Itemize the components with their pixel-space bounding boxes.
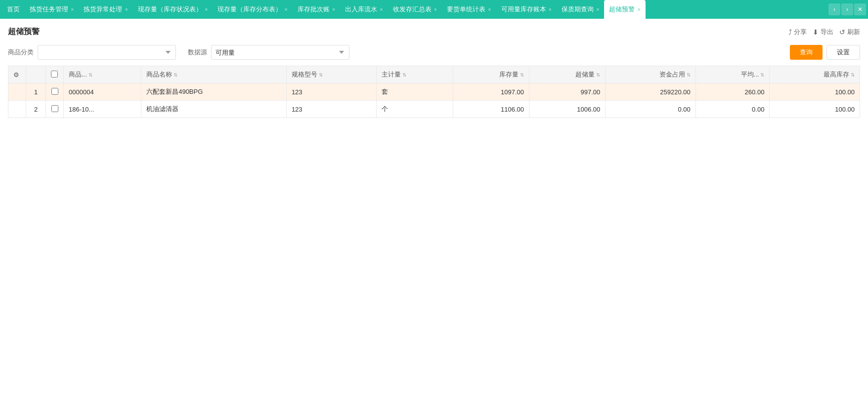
close-tab-icon[interactable]: × — [434, 6, 437, 12]
sort-icon-overstock: ⇅ — [596, 72, 600, 78]
sort-icon-max-stock: ⇅ — [851, 72, 855, 78]
topbar-item-label: 收发存汇总表 — [393, 5, 432, 14]
topbar-nav-arrows: ‹ › ✕ — [828, 3, 866, 15]
export-icon: ⬇ — [813, 28, 819, 36]
topbar-item-label: 保质期查询 — [562, 5, 594, 14]
table-row: 1 0000004 六配套新昌490BPG 123 套 1097.00 997.… — [8, 83, 860, 101]
th-capital[interactable]: 资金占用⇅ — [606, 66, 696, 83]
filter-row: 商品分类 数据源 可用量 库存量 查询 设置 — [8, 45, 860, 60]
sort-icon-product-code: ⇅ — [88, 72, 92, 78]
sort-icon-unit: ⇅ — [402, 72, 406, 78]
td-unit: 套 — [377, 83, 453, 101]
share-icon: ⤴ — [788, 28, 792, 36]
data-table: ⚙ 商品...⇅ 商品名称⇅ 规格型号⇅ 主计量⇅ — [8, 66, 860, 118]
topbar-item-label: 要货单统计表 — [447, 5, 485, 14]
th-stock[interactable]: 库存量⇅ — [453, 66, 529, 83]
sort-icon-product-name: ⇅ — [174, 72, 177, 78]
td-gear — [8, 83, 26, 101]
close-tab-icon[interactable]: × — [488, 6, 491, 12]
td-product-name: 六配套新昌490BPG — [141, 83, 287, 101]
sort-icon-avg: ⇅ — [760, 72, 764, 78]
sort-icon-capital: ⇅ — [687, 72, 691, 78]
topbar-item-label: 可用量库存账本 — [501, 5, 546, 14]
nav-close-button[interactable]: ✕ — [854, 3, 866, 15]
td-product-code: 186-10... — [64, 101, 141, 118]
topbar-item-label: 出入库流水 — [345, 5, 377, 14]
export-button[interactable]: ⬇ 导出 — [813, 28, 833, 37]
datasource-label: 数据源 — [188, 48, 207, 57]
th-unit[interactable]: 主计量⇅ — [377, 66, 453, 83]
settings-button[interactable]: 设置 — [826, 45, 860, 60]
topbar-item-order-stat[interactable]: 要货单统计表 × — [442, 0, 496, 19]
td-stock: 1097.00 — [453, 83, 529, 101]
refresh-button[interactable]: ↺ 刷新 — [839, 28, 860, 37]
close-tab-icon[interactable]: × — [380, 6, 383, 12]
td-avg: 0.00 — [695, 101, 770, 118]
th-product-name[interactable]: 商品名称⇅ — [141, 66, 287, 83]
close-tab-icon[interactable]: × — [71, 6, 74, 12]
topbar-item-inout[interactable]: 出入库流水 × — [340, 0, 388, 19]
table-row: 2 186-10... 机油滤清器 123 个 1106.00 1006.00 … — [8, 101, 860, 118]
share-button[interactable]: ⤴ 分享 — [788, 28, 807, 37]
topbar-item-stock-dist[interactable]: 现存量（库存分布表） × — [213, 0, 292, 19]
topbar-item-avail-stock[interactable]: 可用量库存账本 × — [496, 0, 557, 19]
topbar-item-abnormal[interactable]: 拣货异常处理 × — [79, 0, 132, 19]
close-tab-icon[interactable]: × — [637, 6, 640, 12]
close-tab-icon[interactable]: × — [284, 6, 287, 12]
category-filter-group: 商品分类 — [8, 45, 176, 60]
nav-prev-button[interactable]: ‹ — [828, 3, 840, 15]
td-capital: 0.00 — [606, 101, 696, 118]
filter-btn-group: 查询 设置 — [790, 45, 860, 60]
sort-icon-stock: ⇅ — [520, 72, 524, 78]
close-tab-icon[interactable]: × — [549, 6, 552, 12]
th-index — [26, 66, 46, 83]
page-header: 超储预警 ⤴ 分享 ⬇ 导出 ↺ 刷新 — [8, 27, 860, 37]
topbar-item-label: 库存批次账 — [298, 5, 330, 14]
td-checkbox — [46, 101, 64, 118]
row-checkbox[interactable] — [51, 105, 58, 112]
category-label: 商品分类 — [8, 48, 34, 57]
td-checkbox — [46, 83, 64, 101]
th-max-stock[interactable]: 最高库存⇅ — [770, 66, 860, 83]
topbar-item-label: 超储预警 — [609, 5, 635, 14]
close-tab-icon[interactable]: × — [205, 6, 208, 12]
th-checkbox — [46, 66, 64, 83]
topbar-item-quality[interactable]: 保质期查询 × — [557, 0, 604, 19]
topbar-item-label: 拣货异常处理 — [84, 5, 122, 14]
td-spec: 123 — [286, 83, 377, 101]
datasource-select[interactable]: 可用量 库存量 — [211, 45, 349, 60]
main-content: 超储预警 ⤴ 分享 ⬇ 导出 ↺ 刷新 商品分类 数据源 — [0, 19, 868, 395]
datasource-filter-group: 数据源 可用量 库存量 — [188, 45, 349, 60]
close-tab-icon[interactable]: × — [125, 6, 128, 12]
th-avg[interactable]: 平均...⇅ — [695, 66, 770, 83]
query-button[interactable]: 查询 — [790, 45, 823, 60]
topbar-item-home[interactable]: 首页 — [2, 0, 25, 19]
topbar-item-stock-status[interactable]: 现存量（库存状况表） × — [133, 0, 213, 19]
th-gear: ⚙ — [8, 66, 26, 83]
th-spec[interactable]: 规格型号⇅ — [286, 66, 377, 83]
gear-icon[interactable]: ⚙ — [13, 71, 19, 79]
refresh-icon: ↺ — [839, 28, 845, 36]
topbar-item-label: 首页 — [7, 5, 20, 14]
td-max-stock: 100.00 — [770, 83, 860, 101]
category-select[interactable] — [38, 45, 176, 60]
close-tab-icon[interactable]: × — [596, 6, 599, 12]
td-spec: 123 — [286, 101, 377, 118]
close-tab-icon[interactable]: × — [332, 6, 335, 12]
sort-icon-spec: ⇅ — [319, 72, 323, 78]
table-body: 1 0000004 六配套新昌490BPG 123 套 1097.00 997.… — [8, 83, 860, 118]
td-product-name: 机油滤清器 — [141, 101, 287, 118]
topbar-item-overstock[interactable]: 超储预警 × — [604, 0, 645, 19]
header-checkbox[interactable] — [51, 71, 58, 78]
row-checkbox[interactable] — [51, 88, 58, 95]
td-capital: 259220.00 — [606, 83, 696, 101]
topbar-item-label: 现存量（库存状况表） — [138, 5, 202, 14]
topbar-item-batch[interactable]: 库存批次账 × — [293, 0, 340, 19]
th-overstock[interactable]: 超储量⇅ — [529, 66, 605, 83]
td-index: 2 — [26, 101, 46, 118]
td-avg: 260.00 — [695, 83, 770, 101]
topbar-item-collect[interactable]: 收发存汇总表 × — [388, 0, 442, 19]
th-product-code[interactable]: 商品...⇅ — [64, 66, 141, 83]
nav-next-button[interactable]: › — [841, 3, 853, 15]
topbar-item-task-mgmt[interactable]: 拣货任务管理 × — [25, 0, 79, 19]
